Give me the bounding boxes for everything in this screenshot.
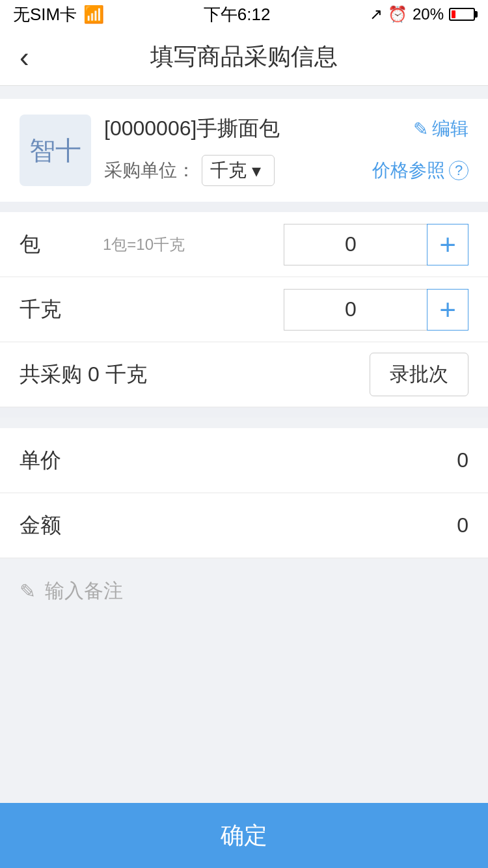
price-reference-button[interactable]: 价格参照 ? (372, 158, 468, 183)
battery-icon (449, 8, 475, 21)
package-plus-button[interactable]: + (427, 224, 468, 265)
status-right: ↗ ⏰ 20% (370, 5, 475, 23)
back-button[interactable]: ‹ (20, 43, 29, 72)
unit-price-row: 单价 0 (0, 428, 488, 493)
kilogram-plus-button[interactable]: + (427, 289, 468, 331)
pencil-icon: ✎ (20, 580, 36, 603)
page-title: 填写商品采购信息 (150, 41, 338, 73)
nav-bar: ‹ 填写商品采购信息 (0, 29, 488, 86)
unit-label: 采购单位： (104, 158, 195, 183)
notes-section[interactable]: ✎ 输入备注 (0, 558, 488, 624)
location-icon: ↗ (370, 5, 383, 23)
total-row: 共采购 0 千克 录批次 (0, 342, 488, 407)
chevron-down-icon: ▾ (252, 160, 261, 182)
kilogram-input-row: 千克 + (0, 277, 488, 342)
package-label: 包 (20, 230, 98, 259)
battery-percent: 20% (413, 5, 444, 23)
edit-icon: ✎ (413, 118, 428, 140)
price-section: 单价 0 金额 0 (0, 428, 488, 558)
unit-price-value: 0 (457, 448, 468, 472)
record-batch-button[interactable]: 录批次 (370, 353, 468, 396)
kilogram-label: 千克 (20, 295, 98, 324)
status-time: 下午6:12 (204, 3, 271, 26)
total-amount: 0 (88, 362, 100, 386)
info-icon: ? (449, 161, 468, 180)
carrier-label: 无SIM卡 (13, 3, 77, 26)
package-sublabel: 1包=10千克 (103, 234, 185, 255)
notes-placeholder: 输入备注 (45, 578, 123, 604)
wifi-icon: 📶 (83, 5, 104, 25)
amount-value: 0 (457, 513, 468, 537)
unit-select[interactable]: 千克 ▾ (202, 155, 275, 186)
kilogram-quantity-input[interactable] (284, 289, 427, 331)
product-name: [0000006]手撕面包 (104, 115, 280, 143)
alarm-icon: ⏰ (388, 5, 407, 23)
status-left: 无SIM卡 📶 (13, 3, 104, 26)
amount-row: 金额 0 (0, 493, 488, 558)
edit-button[interactable]: ✎ 编辑 (413, 116, 468, 141)
product-thumbnail: 智十 (20, 115, 91, 186)
amount-label: 金额 (20, 511, 61, 540)
separator-2 (0, 407, 488, 418)
product-logo: 智十 (29, 133, 81, 169)
unit-price-label: 单价 (20, 446, 61, 475)
product-info: [0000006]手撕面包 ✎ 编辑 采购单位： 千克 ▾ 价格参照 ? (104, 115, 468, 186)
separator-1 (0, 202, 488, 212)
product-card: 智十 [0000006]手撕面包 ✎ 编辑 采购单位： 千克 ▾ (0, 99, 488, 202)
package-input-section: 包 1包=10千克 + 千克 + (0, 212, 488, 342)
package-quantity-input[interactable] (284, 224, 427, 265)
confirm-button[interactable]: 确定 (0, 803, 488, 868)
total-text: 共采购 0 千克 (20, 360, 147, 389)
package-input-row: 包 1包=10千克 + (0, 212, 488, 277)
status-bar: 无SIM卡 📶 下午6:12 ↗ ⏰ 20% (0, 0, 488, 29)
